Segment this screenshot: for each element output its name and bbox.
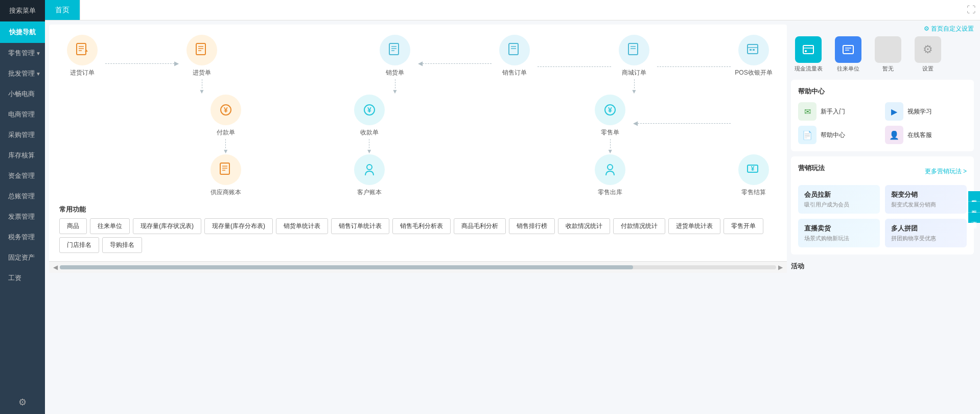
node-retail-bill[interactable]: ¥ 零售单 [587,95,633,137]
quick-nav[interactable]: 快捷导航 [0,21,45,43]
node-pos[interactable]: POS收银开单 [731,35,777,77]
sidebar-item-ecom[interactable]: 小畅电商 [0,84,45,104]
node-customer-ledger[interactable]: 客户账本 [346,154,392,197]
sidebar-item-retail[interactable]: 零售管理 ▼ [0,43,45,63]
svg-text:¥: ¥ [608,106,612,114]
arrow-icon-2: ▼ [36,71,41,77]
func-btn-sales-order-stat[interactable]: 销售订单统计表 [331,218,389,234]
quick-icon-none-label: 暂无 [882,65,894,73]
help-item-beginner[interactable]: ✉ 新手入门 [798,102,880,121]
func-btn-sales-profit[interactable]: 销售毛利分析表 [392,218,451,234]
sidebar-label-ecom: 小畅电商 [8,89,35,99]
sidebar-item-invoice[interactable]: 发票管理 [0,206,45,227]
func-btn-stock-status[interactable]: 现存量(库存状况表) [133,218,201,234]
sidebar-item-finance[interactable]: 资金管理 [0,166,45,186]
func-btn-purchase-stat[interactable]: 进货单统计表 [668,218,720,234]
svg-text:¥: ¥ [224,106,228,114]
quick-icon-none[interactable]: 暂无 [871,36,905,73]
marketing-fission-title: 裂变分销 [891,190,961,199]
node-supplier-ledger[interactable]: 供应商账本 [203,154,249,197]
node-retail-settlement[interactable]: ¥ 零售结算 [731,154,777,197]
sidebar-item-ecom-mgr[interactable]: 电商管理 [0,104,45,125]
sidebar-label-salary: 工资 [8,273,21,283]
sidebar-item-ledger[interactable]: 总账管理 [0,186,45,206]
marketing-member[interactable]: 会员拉新 吸引用户成为会员 [798,185,880,214]
scroll-left-arrow[interactable]: ◀ [53,264,58,271]
sidebar-item-purchase[interactable]: 采购管理 [0,125,45,145]
node-payment[interactable]: ¥ 付款单 [203,95,249,137]
marketing-live-desc: 场景式购物新玩法 [804,235,874,242]
func-btn-sales-rank[interactable]: 销售排行榜 [509,218,555,234]
node-label-receipt: 收款单 [360,128,379,137]
func-btn-sales-stat[interactable]: 销货单统计表 [276,218,328,234]
marketing-group[interactable]: 多人拼团 拼团购物享受优惠 [885,219,967,247]
node-label-payment: 付款单 [217,128,235,137]
node-label-retail-bill: 零售单 [601,128,619,137]
node-circle-sales-order [499,35,530,65]
scroll-thumb [60,265,633,269]
sidebar-settings-button[interactable]: ⚙ [0,390,45,414]
svg-rect-39 [843,45,853,54]
help-item-service[interactable]: 👤 在线客服 [885,126,967,144]
tab-home[interactable]: 首页 [45,0,80,20]
node-retail-outbound[interactable]: 零售出库 [587,154,633,197]
svg-rect-8 [389,43,399,55]
help-label-help: 帮助中心 [821,131,845,140]
node-sales-bill[interactable]: 销货单 [372,35,418,77]
sidebar-item-wholesale[interactable]: 批发管理 ▼ [0,63,45,84]
func-btn-guide-rank[interactable]: 导购排名 [102,237,142,253]
func-btn-store-rank[interactable]: 门店排名 [59,237,99,253]
func-btn-payment-stat[interactable]: 付款情况统计 [613,218,665,234]
quick-icon-settings[interactable]: ⚙ 设置 [911,36,945,73]
help-item-help[interactable]: 📄 帮助中心 [798,126,880,144]
marketing-group-desc: 拼团购物享受优惠 [891,235,961,242]
func-btn-retail-order[interactable]: 零售开单 [724,218,763,234]
sidebar-label-purchase: 采购管理 [8,130,35,140]
float-btn-community[interactable]: 服务社区 [968,202,980,213]
node-mall-order[interactable]: 商城订单 [611,35,657,77]
float-btn-desktop[interactable]: 桌面快捷 [968,213,980,223]
svg-rect-12 [509,43,518,55]
marketing-more-link[interactable]: 更多营销玩法 > [925,167,967,176]
quick-icon-cashflow[interactable]: 现金流量表 [791,36,826,73]
sidebar-item-tax[interactable]: 税务管理 [0,227,45,247]
scroll-track[interactable] [60,265,776,269]
node-purchase-order[interactable]: 进货订单 [59,35,105,77]
node-circle-supplier-ledger [211,154,241,185]
help-doc-icon: 📄 [798,126,816,144]
node-receipt[interactable]: ¥ 收款单 [346,95,392,137]
tab-home-label: 首页 [55,6,69,15]
help-item-video[interactable]: ▶ 视频学习 [885,102,967,121]
search-menu[interactable]: 搜索菜单 [0,0,45,21]
common-functions-title: 常用功能 [59,205,777,214]
scroll-right-arrow[interactable]: ▶ [778,264,783,271]
node-label-retail-settlement: 零售结算 [741,188,766,197]
node-label-sales-order: 销售订单 [502,68,527,77]
sidebar-label-ledger: 总账管理 [8,192,35,201]
float-btn-service[interactable]: 客服热线 [968,191,980,202]
window-controls[interactable]: ⛶ [967,0,980,20]
func-btn-goods-profit[interactable]: 商品毛利分析 [454,218,506,234]
sidebar-item-assets[interactable]: 固定资产 [0,247,45,268]
sidebar-label-assets: 固定资产 [8,253,35,262]
node-purchase-bill[interactable]: 进货单 [179,35,225,77]
quick-icon-contacts-label: 往来单位 [837,65,859,73]
sidebar-item-salary[interactable]: 工资 [0,268,45,288]
none-icon [875,36,901,63]
func-btn-receipt-stat[interactable]: 收款情况统计 [558,218,610,234]
func-btn-stock-dist[interactable]: 现存量(库存分布表) [204,218,273,234]
svg-point-38 [805,50,807,52]
marketing-live[interactable]: 直播卖货 场景式购物新玩法 [798,219,880,247]
home-settings-link[interactable]: ⚙ 首页自定义设置 [791,20,974,36]
quick-icon-contacts[interactable]: 往来单位 [831,36,866,73]
marketing-fission[interactable]: 裂变分销 裂变式发展分销商 [885,185,967,214]
quick-icons-row: 现金流量表 往来单位 暂无 ⚙ 设置 [791,36,974,73]
func-btn-contacts[interactable]: 往来单位 [90,218,130,234]
help-label-service: 在线客服 [907,131,932,140]
sidebar-item-inventory[interactable]: 库存核算 [0,145,45,166]
sidebar-label-finance: 资金管理 [8,171,35,180]
node-sales-order[interactable]: 销售订单 [492,35,538,77]
node-circle-mall-order [619,35,649,65]
func-btn-goods[interactable]: 商品 [59,218,87,234]
settings-icon: ⚙ [915,36,941,63]
